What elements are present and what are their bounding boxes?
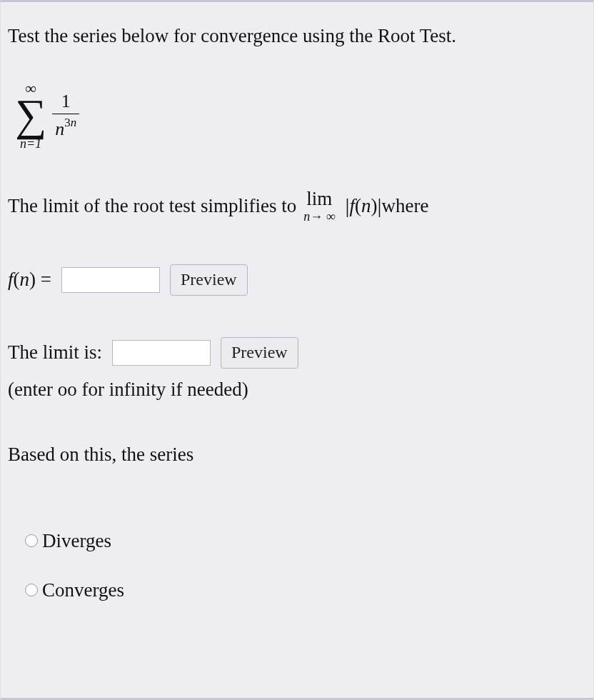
fraction-denominator: n3n <box>52 114 79 139</box>
series-expression: ∞ ∑ n=1 1 n3n <box>15 81 586 150</box>
series-fraction: 1 n3n <box>52 92 79 139</box>
conclusion-text: Based on this, the series <box>8 444 586 466</box>
sigma-symbol: ∑ <box>15 96 46 134</box>
limit-input[interactable] <box>112 340 211 366</box>
option-diverges[interactable]: Diverges <box>25 530 586 552</box>
limit-label: The limit is: <box>8 341 102 364</box>
fn-label: f(n) = <box>8 269 51 291</box>
fn-input-row: f(n) = Preview <box>8 264 586 296</box>
option-converges[interactable]: Converges <box>25 579 586 601</box>
simplifies-text: The limit of the root test simplifies to… <box>8 189 586 223</box>
answer-options: Diverges Converges <box>25 530 586 601</box>
fraction-numerator: 1 <box>59 92 74 114</box>
preview-button-limit[interactable]: Preview <box>221 337 298 369</box>
radio-icon <box>25 584 38 596</box>
limit-input-row: The limit is: Preview <box>8 337 586 369</box>
option-label: Converges <box>42 579 124 601</box>
option-label: Diverges <box>42 530 111 552</box>
intro-text: Test the series below for convergence us… <box>8 24 586 49</box>
limit-expression: lim n→ ∞ <box>303 189 335 223</box>
radio-icon <box>25 534 38 547</box>
sigma-lower: n=1 <box>20 137 41 150</box>
hint-text: (enter oo for infinity if needed) <box>8 379 586 401</box>
fn-input[interactable] <box>61 267 160 293</box>
preview-button-fn[interactable]: Preview <box>170 264 248 296</box>
